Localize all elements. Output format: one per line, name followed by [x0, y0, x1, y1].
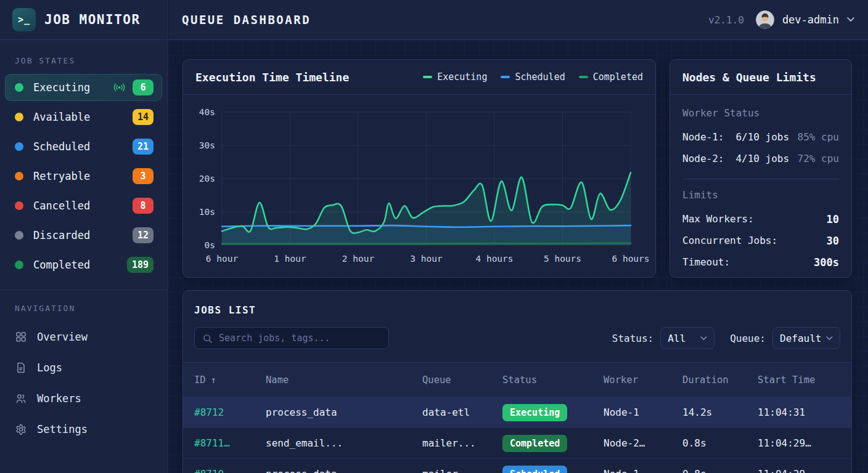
- search-input[interactable]: [219, 333, 381, 344]
- job-name: process_data: [266, 468, 422, 473]
- count-badge: 3: [133, 168, 154, 184]
- node-jobs: 6/10 jobs: [735, 131, 789, 143]
- svg-text:3 hour: 3 hour: [410, 254, 443, 264]
- limit-name: Concurrent Jobs:: [682, 235, 777, 246]
- status-filter-select[interactable]: All: [660, 327, 714, 349]
- sort-ascending-icon: ↑: [211, 374, 216, 386]
- count-badge: 189: [127, 257, 154, 273]
- svg-text:1 hour: 1 hour: [274, 254, 306, 264]
- status-badge: Completed: [502, 435, 567, 452]
- job-queue: data-etl: [422, 406, 502, 418]
- job-id-link[interactable]: #8711…: [194, 437, 266, 449]
- sidebar-item-cancelled[interactable]: Cancelled8: [5, 192, 162, 219]
- count-badge: 21: [133, 139, 154, 155]
- limit-value: 10: [827, 213, 839, 225]
- queue-filter-value: Default: [780, 333, 821, 344]
- job-id-link[interactable]: #8712: [194, 406, 266, 418]
- status-dot: [15, 201, 23, 210]
- status-dot: [15, 231, 23, 240]
- count-badge: 6: [133, 79, 154, 95]
- version-label: v2.1.0: [708, 14, 744, 26]
- svg-text:6 hour: 6 hour: [206, 254, 239, 264]
- sidebar-item-scheduled[interactable]: Scheduled21: [5, 133, 162, 160]
- limits-label: Limits: [682, 189, 839, 201]
- svg-text:20s: 20s: [199, 174, 215, 184]
- column-header-status[interactable]: Status: [502, 374, 604, 386]
- svg-text:4 hours: 4 hours: [475, 254, 513, 264]
- node-status-row: Node-2: 4/10 jobs 72% cpu: [682, 148, 839, 169]
- sidebar-item-label: Cancelled: [33, 200, 90, 212]
- column-header-name[interactable]: Name: [266, 374, 422, 386]
- legend-swatch: [579, 76, 588, 78]
- worker-status-label: Worker Status: [682, 107, 839, 119]
- status-badge: Executing: [502, 404, 567, 421]
- job-id-link[interactable]: #8710: [194, 468, 266, 473]
- sidebar-item-executing[interactable]: Executing6: [5, 74, 162, 101]
- column-header-start-time[interactable]: Start Time: [758, 374, 840, 386]
- sidebar-item-label: Executing: [33, 81, 90, 94]
- node-status-row: Node-1: 6/10 jobs 85% cpu: [682, 126, 839, 148]
- timeline-card-title: Execution Time Timeline: [195, 71, 349, 84]
- column-header-duration[interactable]: Duration: [682, 374, 758, 386]
- sidebar-item-completed[interactable]: Completed189: [5, 251, 162, 278]
- column-header-label: Name: [266, 374, 289, 386]
- sidebar-item-logs[interactable]: Logs: [0, 352, 167, 383]
- chevron-down-icon[interactable]: [847, 17, 854, 22]
- status-dot: [15, 172, 23, 180]
- table-row[interactable]: #8710process_datamailerScheduledNode-10.…: [183, 459, 851, 473]
- job-name: process_data: [266, 406, 422, 418]
- legend-item-executing: Executing: [423, 71, 487, 83]
- sidebar-item-retryable[interactable]: Retryable3: [5, 163, 162, 190]
- username-label[interactable]: dev-admin: [782, 14, 839, 26]
- live-broadcast-icon: [112, 83, 127, 92]
- jobs-table: ID↑NameQueueStatusWorkerDurationStart Ti…: [183, 362, 851, 473]
- job-worker: Node-2…: [604, 437, 682, 449]
- job-states-section-label: JOB STATES: [0, 56, 167, 65]
- job-states-list: Executing6Available14Scheduled21Retryabl…: [0, 74, 167, 278]
- job-duration: 14.2s: [682, 406, 758, 418]
- job-queue: mailer: [422, 468, 502, 473]
- svg-text:0s: 0s: [205, 240, 215, 250]
- column-header-id[interactable]: ID↑: [194, 374, 266, 386]
- sidebar-item-label: Completed: [33, 259, 90, 271]
- sidebar-item-settings[interactable]: Settings: [0, 414, 167, 445]
- jobs-list-title: JOBS LIST: [194, 304, 840, 316]
- sidebar-item-label: Discarded: [33, 229, 90, 241]
- column-header-label: Status: [502, 374, 537, 386]
- column-header-label: Worker: [604, 374, 638, 386]
- count-badge: 12: [133, 227, 154, 243]
- column-header-label: Start Time: [758, 374, 815, 386]
- sidebar-item-available[interactable]: Available14: [5, 103, 162, 131]
- svg-text:10s: 10s: [199, 207, 215, 217]
- nodes-limits-card: Nodes & Queue Limits Worker Status Node-…: [669, 59, 852, 278]
- sidebar-item-label: Scheduled: [33, 140, 90, 153]
- svg-text:30s: 30s: [199, 140, 215, 150]
- table-row[interactable]: #8711…send_email...mailer...CompletedNod…: [183, 428, 851, 459]
- search-icon: [202, 333, 213, 344]
- search-box[interactable]: [194, 327, 389, 349]
- status-dot: [15, 113, 23, 121]
- queue-filter-select[interactable]: Default: [772, 327, 840, 349]
- job-name: send_email...: [266, 437, 422, 449]
- sidebar-item-label: Available: [33, 111, 90, 123]
- main-content: Execution Time Timeline ExecutingSchedul…: [168, 41, 868, 473]
- terminal-logo-icon: >_: [12, 8, 36, 31]
- legend-label: Executing: [437, 71, 487, 83]
- column-header-queue[interactable]: Queue: [422, 374, 502, 386]
- job-worker: Node-1: [604, 406, 682, 418]
- sidebar-item-workers[interactable]: Workers: [0, 383, 167, 414]
- table-row[interactable]: #8712process_datadata-etlExecutingNode-1…: [183, 397, 851, 428]
- column-header-worker[interactable]: Worker: [604, 374, 682, 386]
- navigation-list: OverviewLogsWorkersSettings: [0, 321, 167, 445]
- nav-item-label: Workers: [37, 392, 81, 405]
- limit-name: Timeout:: [682, 256, 730, 268]
- avatar[interactable]: [756, 10, 774, 29]
- document-icon: [15, 362, 27, 374]
- nav-item-label: Overview: [37, 331, 88, 343]
- topbar: QUEUE DASHBOARD v2.1.0 dev-admin: [168, 0, 868, 40]
- column-header-label: Queue: [422, 374, 451, 386]
- sidebar-item-discarded[interactable]: Discarded12: [5, 222, 162, 249]
- legend-label: Completed: [593, 71, 643, 83]
- sidebar-item-overview[interactable]: Overview: [0, 321, 167, 352]
- legend-label: Scheduled: [515, 71, 565, 83]
